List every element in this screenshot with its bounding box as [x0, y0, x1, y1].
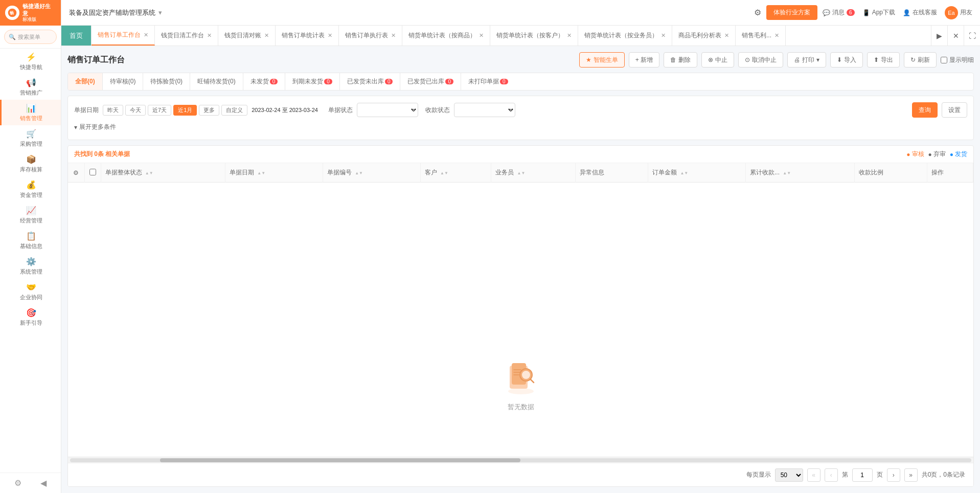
topbar-settings-icon[interactable]: ⚙: [754, 8, 761, 17]
horizontal-scrollbar[interactable]: [68, 457, 973, 463]
col-status[interactable]: 单据整体状态 ▲▼: [101, 163, 225, 183]
tab-ship-stat-salesperson[interactable]: 销货单统计表（按业务员） ✕: [578, 26, 672, 46]
sidebar-item-basic-info[interactable]: 📋 基础信息: [0, 228, 61, 253]
tab-sales-exec[interactable]: 销售订单执行表 ✕: [339, 26, 402, 46]
user-menu-btn[interactable]: Ea 用友: [945, 6, 972, 19]
smart-order-btn[interactable]: ★ 智能生单: [579, 52, 625, 68]
tab-close-cash-clearance[interactable]: ✕: [207, 32, 212, 39]
show-detail-label[interactable]: 显示明细: [941, 56, 974, 64]
unreview-action-btn[interactable]: ● 弃审: [928, 150, 946, 159]
page-number-input[interactable]: [852, 468, 873, 482]
date-7days-btn[interactable]: 近7天: [148, 105, 171, 116]
tab-home[interactable]: 首页: [61, 26, 92, 46]
ship-action-btn[interactable]: ● 发货: [950, 150, 967, 159]
solution-button[interactable]: 体验行业方案: [766, 5, 817, 20]
status-select[interactable]: [357, 103, 418, 117]
review-action-btn[interactable]: ● 审核: [906, 150, 924, 159]
delete-btn[interactable]: 🗑 删除: [664, 52, 697, 68]
tab-ship-stat-product[interactable]: 销货单统计表（按商品） ✕: [402, 26, 490, 46]
tab-close-sales-gross[interactable]: ✕: [774, 32, 779, 39]
search-menu-btn[interactable]: 🔍 搜索菜单: [4, 30, 57, 44]
tab-close-sales-order[interactable]: ✕: [144, 32, 148, 38]
col-amount[interactable]: 订单金额 ▲▼: [648, 163, 746, 183]
col-date[interactable]: 单据日期 ▲▼: [225, 163, 323, 183]
col-customer[interactable]: 客户 ▲▼: [420, 163, 491, 183]
date-yesterday-btn[interactable]: 昨天: [103, 105, 123, 116]
sidebar-item-system[interactable]: ⚙️ 系统管理: [0, 253, 61, 279]
date-more-btn[interactable]: 更多: [199, 105, 219, 116]
subtab-shipped-out[interactable]: 已发货已出库0: [400, 73, 461, 90]
subtab-not-shipped[interactable]: 未发货0: [243, 73, 286, 90]
stop-btn[interactable]: ⊗ 中止: [701, 52, 734, 68]
collapse-btn[interactable]: ◀: [40, 478, 47, 488]
svg-point-6: [522, 371, 530, 379]
message-btn[interactable]: 💬 消息 6: [823, 8, 855, 17]
tab-close-sales-exec[interactable]: ✕: [391, 32, 396, 39]
select-all-checkbox[interactable]: [89, 169, 96, 175]
tab-sales-stat[interactable]: 销售订单统计表 ✕: [276, 26, 339, 46]
query-btn[interactable]: 查询: [912, 102, 938, 118]
sidebar-item-sales[interactable]: 📊 销售管理: [0, 100, 61, 125]
show-detail-checkbox[interactable]: [941, 57, 947, 63]
tab-close-ship-stat-customer[interactable]: ✕: [567, 32, 572, 39]
last-page-btn[interactable]: »: [904, 468, 918, 482]
subtab-pending-review[interactable]: 待审核(0): [103, 73, 144, 90]
online-service-btn[interactable]: 👤 在线客服: [903, 8, 937, 17]
subtab-pending-inspection[interactable]: 待拣验货(0): [143, 73, 190, 90]
filter-settings-btn[interactable]: 设置: [942, 102, 967, 118]
sidebar-item-marketing[interactable]: 📢 营销推广: [0, 74, 61, 100]
page-size-select[interactable]: 10 20 50 100: [775, 468, 803, 482]
tab-close-ship-stat-product[interactable]: ✕: [479, 32, 484, 39]
tab-close-ship-stat-salesperson[interactable]: ✕: [661, 32, 666, 39]
sidebar-item-purchase[interactable]: 🛒 采购管理: [0, 125, 61, 151]
import-btn[interactable]: ⬇ 导入: [830, 52, 863, 68]
scrollbar-thumb[interactable]: [160, 458, 520, 462]
date-today-btn[interactable]: 今天: [125, 105, 146, 116]
tab-cash-reconciliation[interactable]: 钱货日清对账 ✕: [218, 26, 276, 46]
subtab-all[interactable]: 全部(0): [68, 73, 103, 90]
app-download-btn[interactable]: 📱 App下载: [862, 8, 895, 17]
next-page-btn[interactable]: ›: [887, 468, 900, 482]
tab-scroll-right-btn[interactable]: ▶: [931, 26, 947, 46]
subtab-expired-not-shipped[interactable]: 到期未发货0: [285, 73, 340, 90]
subtab-shipped-not-out[interactable]: 已发货未出库0: [340, 73, 401, 90]
sidebar-item-guide[interactable]: 🎯 新手引导: [0, 304, 61, 330]
tab-sales-gross[interactable]: 销售毛利... ✕: [736, 26, 786, 46]
col-checkbox[interactable]: [84, 163, 101, 183]
sidebar-item-enterprise[interactable]: 🤝 企业协同: [0, 279, 61, 304]
tab-ship-stat-customer[interactable]: 销货单统计表（按客户） ✕: [490, 26, 578, 46]
col-received[interactable]: 累计收款... ▲▼: [745, 163, 854, 183]
date-1month-btn[interactable]: 近1月: [173, 105, 197, 116]
subtab-wangpu-pending[interactable]: 旺铺待发货(0): [190, 73, 243, 90]
payment-select[interactable]: [454, 103, 515, 117]
expand-filter-btn[interactable]: ▾ 展开更多条件: [74, 121, 116, 133]
col-settings[interactable]: ⚙: [68, 163, 84, 183]
sidebar-item-quick-nav[interactable]: ⚡ 快捷导航: [0, 49, 61, 74]
col-payment-ratio[interactable]: 收款比例: [854, 163, 927, 183]
col-salesperson[interactable]: 业务员 ▲▼: [491, 163, 576, 183]
first-page-btn[interactable]: «: [807, 468, 821, 482]
tab-close-all-btn[interactable]: ✕: [947, 26, 964, 46]
topbar-dropdown-icon[interactable]: ▾: [158, 9, 162, 16]
settings-bottom-btn[interactable]: ⚙: [14, 478, 21, 488]
col-number[interactable]: 单据编号 ▲▼: [323, 163, 420, 183]
prev-page-btn[interactable]: ‹: [825, 468, 838, 482]
refresh-btn[interactable]: ↻ 刷新: [904, 52, 937, 68]
print-btn[interactable]: 🖨 打印 ▾: [787, 52, 826, 68]
tab-cash-clearance[interactable]: 钱货日清工作台 ✕: [155, 26, 218, 46]
col-exception[interactable]: 异常信息: [575, 163, 648, 183]
date-custom-btn[interactable]: 自定义: [221, 105, 247, 116]
tab-close-sales-stat[interactable]: ✕: [328, 32, 332, 39]
add-btn[interactable]: + 新增: [629, 52, 659, 68]
export-btn[interactable]: ⬆ 导出: [867, 52, 900, 68]
cancel-stop-btn[interactable]: ⊙ 取消中止: [738, 52, 783, 68]
tab-gross-margin[interactable]: 商品毛利分析表 ✕: [672, 26, 736, 46]
subtab-not-printed[interactable]: 未打印单据0: [461, 73, 515, 90]
tab-close-cash-reconciliation[interactable]: ✕: [264, 32, 269, 39]
tab-fullscreen-btn[interactable]: ⛶: [964, 26, 980, 46]
tab-sales-order-workbench[interactable]: 销售订单工作台 ✕: [92, 26, 155, 46]
sidebar-item-operations[interactable]: 📈 经营管理: [0, 202, 61, 228]
sidebar-item-finance[interactable]: 💰 资金管理: [0, 176, 61, 202]
sidebar-item-inventory[interactable]: 📦 库存核算: [0, 151, 61, 176]
tab-close-gross-margin[interactable]: ✕: [724, 32, 729, 39]
